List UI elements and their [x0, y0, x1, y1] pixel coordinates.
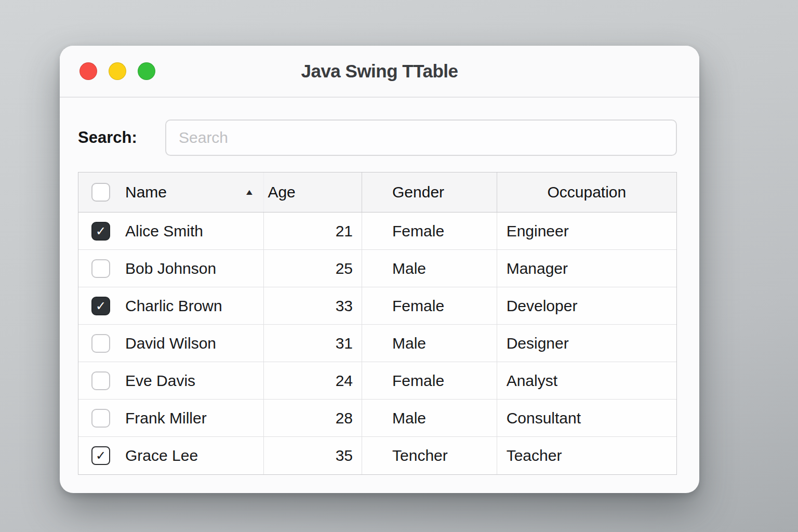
occupation-cell: Manager	[497, 250, 676, 287]
traffic-light-buttons	[79, 46, 155, 97]
name-cell: David Wilson	[125, 335, 216, 352]
table-row[interactable]: ✓ Charlic Brown 33 Female Developer	[78, 287, 676, 325]
age-cell: 25	[264, 250, 362, 287]
name-cell-container: David Wilson	[78, 325, 264, 362]
sort-ascending-icon: ▲	[244, 188, 255, 197]
name-cell: Alice Smith	[125, 222, 203, 240]
name-cell-container: ✓ Charlic Brown	[78, 287, 264, 324]
search-bar: Search:	[78, 119, 677, 156]
occupation-cell: Analyst	[497, 362, 676, 399]
window-title: Java Swing TTable	[301, 61, 458, 82]
table-row[interactable]: Bob Johnson 25 Male Manager	[78, 250, 676, 287]
gender-cell: Female	[362, 362, 497, 399]
gender-cell: Male	[362, 250, 497, 287]
occupation-cell: Engineer	[497, 212, 676, 249]
occupation-cell: Designer	[497, 325, 676, 362]
age-cell: 28	[264, 400, 362, 436]
table-row[interactable]: ✓ Grace Lee 35 Tencher Teacher	[78, 437, 676, 474]
name-cell-container: Eve Davis	[78, 362, 264, 399]
age-cell: 31	[264, 325, 362, 362]
row-checkbox[interactable]: ✓	[91, 222, 110, 241]
occupation-cell: Developer	[497, 287, 676, 324]
name-cell: Grace Lee	[125, 447, 198, 464]
row-checkbox[interactable]: ✓	[91, 446, 110, 465]
name-cell: Eve Davis	[125, 372, 195, 390]
age-cell: 21	[264, 212, 362, 249]
data-table: Name ▲ Age Gender Occupation	[78, 172, 677, 475]
table-row[interactable]: ✓ Alice Smith 21 Female Engineer	[78, 212, 676, 250]
column-header-gender[interactable]: Gender	[362, 172, 497, 212]
table-body: ✓ Alice Smith 21 Female Engineer Bob Joh…	[78, 212, 676, 474]
name-cell-container: Bob Johnson	[78, 250, 264, 287]
gender-cell: Tencher	[362, 437, 497, 474]
window-titlebar: Java Swing TTable	[60, 46, 699, 98]
gender-cell: Female	[362, 287, 497, 324]
close-window-button[interactable]	[79, 62, 97, 80]
table-header-row: Name ▲ Age Gender Occupation	[78, 172, 676, 212]
column-header-name[interactable]: Name ▲	[78, 172, 264, 212]
minimize-window-button[interactable]	[109, 62, 126, 80]
column-header-name-label: Name	[125, 183, 167, 201]
column-header-age-label: Age	[268, 183, 295, 201]
name-cell: Bob Johnson	[125, 260, 216, 277]
column-header-age[interactable]: Age	[264, 172, 362, 212]
age-cell: 33	[264, 287, 362, 324]
row-checkbox[interactable]	[91, 334, 110, 353]
zoom-window-button[interactable]	[138, 62, 155, 80]
name-cell: Frank Miller	[125, 409, 207, 427]
row-checkbox[interactable]	[91, 259, 110, 278]
desktop-background: Java Swing TTable Search: Name ▲ Age	[0, 0, 798, 532]
occupation-cell: Teacher	[497, 437, 676, 474]
search-input[interactable]	[165, 119, 677, 156]
name-cell-container: Frank Miller	[78, 400, 264, 436]
gender-cell: Female	[362, 212, 497, 249]
gender-cell: Male	[362, 325, 497, 362]
select-all-checkbox[interactable]	[91, 183, 110, 202]
name-cell-container: ✓ Grace Lee	[78, 437, 264, 474]
age-cell: 24	[264, 362, 362, 399]
search-label: Search:	[78, 128, 165, 147]
row-checkbox[interactable]	[91, 409, 110, 428]
row-checkbox[interactable]	[91, 371, 110, 390]
gender-cell: Male	[362, 400, 497, 436]
table-row[interactable]: Eve Davis 24 Female Analyst	[78, 362, 676, 400]
table-row[interactable]: Frank Miller 28 Male Consultant	[78, 400, 676, 437]
column-header-occupation[interactable]: Occupation	[497, 172, 676, 212]
window-content: Search: Name ▲ Age Gender	[60, 98, 699, 475]
column-header-gender-label: Gender	[392, 183, 444, 201]
app-window: Java Swing TTable Search: Name ▲ Age	[60, 46, 699, 493]
name-cell: Charlic Brown	[125, 297, 222, 315]
row-checkbox[interactable]: ✓	[91, 297, 110, 315]
column-header-occupation-label: Occupation	[547, 183, 626, 201]
name-cell-container: ✓ Alice Smith	[78, 212, 264, 249]
occupation-cell: Consultant	[497, 400, 676, 436]
age-cell: 35	[264, 437, 362, 474]
table-row[interactable]: David Wilson 31 Male Designer	[78, 325, 676, 362]
